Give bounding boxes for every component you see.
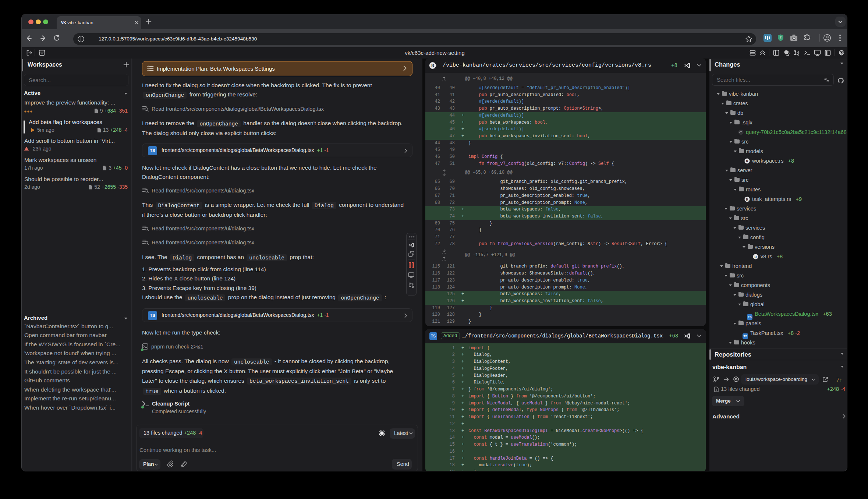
svg-text:R: R [754,255,757,259]
svg-text:R: R [746,159,748,163]
svg-text:R: R [431,63,435,68]
svg-text:£: £ [780,35,782,40]
svg-text:R: R [746,198,748,201]
